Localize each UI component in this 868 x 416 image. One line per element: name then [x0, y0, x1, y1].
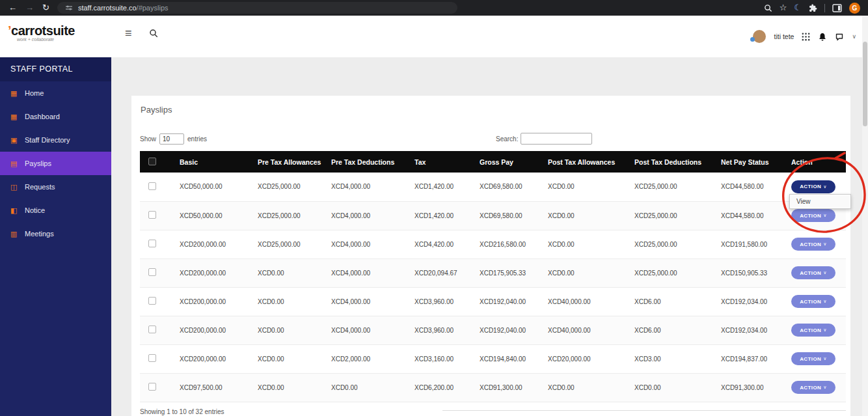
column-header[interactable]: Pre Tax Deductions — [323, 151, 406, 173]
action-button[interactable]: ACTION ∨ — [791, 381, 835, 394]
action-button-label: ACTION — [800, 184, 821, 189]
site-info-icon[interactable] — [65, 4, 73, 12]
payslip-cell: XCD50,000.00 — [171, 201, 249, 230]
scrollbar-thumb[interactable] — [863, 42, 867, 126]
dropdown-item-view[interactable]: View — [791, 195, 850, 208]
chevron-down-icon[interactable]: ∨ — [852, 33, 856, 40]
zoom-icon[interactable] — [764, 4, 772, 12]
dark-mode-extension-icon[interactable]: ☾ — [794, 0, 802, 16]
payslip-row: XCD200,000.00XCD25,000.00XCD4,000.00XCD4… — [140, 230, 846, 258]
sidebar-item-label: Dashboard — [25, 113, 60, 120]
column-header[interactable]: Post Tax Deductions — [626, 151, 712, 173]
column-header[interactable]: Basic — [171, 151, 249, 173]
column-header[interactable]: Tax — [406, 151, 471, 173]
row-checkbox[interactable] — [148, 211, 156, 219]
dashboard-icon: ▦ — [10, 113, 25, 121]
column-header[interactable]: Net Pay Status — [712, 151, 783, 173]
payslip-cell: XCD25,000.00 — [626, 230, 712, 258]
payslip-cell: XCD200,000.00 — [171, 316, 249, 344]
action-button[interactable]: ACTION ∨ — [791, 209, 835, 222]
sidebar-item-requests[interactable]: ◫ Requests — [0, 175, 111, 199]
chevron-down-icon: ∨ — [823, 242, 827, 247]
action-button[interactable]: ACTION ∨ — [791, 266, 835, 279]
payslip-cell: XCD194,840.00 — [471, 344, 539, 373]
action-button[interactable]: ACTION ∨ — [791, 295, 835, 308]
sidebar-item-notice[interactable]: ◧ Notice — [0, 199, 111, 222]
side-panel-icon[interactable] — [832, 4, 842, 12]
app-header: ’carrotsuite work + collaborate ≡ titi t… — [0, 16, 868, 57]
column-header[interactable]: Post Tax Allowances — [539, 151, 626, 173]
sidebar-item-label: Meetings — [25, 230, 54, 238]
sidebar-item-staff-directory[interactable]: ▣ Staff Directory — [0, 128, 111, 152]
select-all-checkbox[interactable] — [148, 158, 156, 165]
page-scrollbar[interactable] — [862, 16, 868, 416]
sidebar-item-payslips[interactable]: ▤ Payslips — [0, 152, 111, 175]
sidebar-item-meetings[interactable]: ▥ Meetings — [0, 222, 111, 245]
payslip-cell: XCD200,000.00 — [171, 230, 249, 258]
payslip-cell: XCD0.00 — [539, 258, 626, 287]
row-checkbox[interactable] — [148, 354, 156, 362]
row-checkbox[interactable] — [148, 240, 156, 247]
browser-bar: ← → ↻ staff.carrotsuite.co/#payslips ☆ ☾… — [0, 0, 868, 16]
apps-grid-icon[interactable] — [802, 33, 810, 41]
search-icon[interactable] — [149, 29, 158, 40]
extensions-puzzle-icon[interactable] — [809, 4, 817, 12]
payslip-cell: XCD200,000.00 — [171, 287, 249, 316]
browser-profile-avatar[interactable]: G — [849, 3, 860, 14]
user-avatar[interactable] — [753, 30, 766, 43]
action-button[interactable]: ACTION ∨ — [791, 180, 835, 193]
action-button[interactable]: ACTION ∨ — [791, 238, 835, 251]
entries-summary: Showing 1 to 10 of 32 entries — [140, 408, 224, 415]
carrotsuite-logo[interactable]: ’carrotsuite work + collaborate — [8, 23, 75, 42]
row-checkbox[interactable] — [148, 383, 156, 391]
notice-icon: ◧ — [10, 206, 25, 215]
action-button[interactable]: ACTION ∨ — [791, 352, 835, 365]
requests-icon: ◫ — [10, 183, 25, 191]
user-name: titi tete — [774, 33, 794, 40]
payslip-cell: XCD0.00 — [626, 373, 712, 402]
url-bar[interactable]: staff.carrotsuite.co/#payslips — [57, 2, 457, 14]
chat-icon[interactable] — [835, 33, 844, 41]
hamburger-menu-icon[interactable]: ≡ — [125, 27, 132, 40]
row-checkbox[interactable] — [148, 182, 156, 190]
payslip-cell: XCD4,000.00 — [323, 287, 406, 316]
entries-count-input[interactable] — [159, 133, 184, 145]
payslip-cell: XCD20,000.00 — [539, 344, 626, 373]
row-checkbox[interactable] — [148, 297, 156, 305]
payslip-cell: XCD0.00 — [249, 258, 323, 287]
reload-icon[interactable]: ↻ — [42, 0, 49, 16]
sidebar-item-label: Home — [25, 89, 44, 97]
sidebar-title: STAFF PORTAL — [0, 57, 111, 81]
payslip-table-head-row: BasicPre Tax AllowancesPre Tax Deduction… — [140, 151, 846, 173]
payslip-cell: XCD192,040.00 — [471, 287, 539, 316]
column-header[interactable]: Gross Pay — [471, 151, 539, 173]
row-checkbox[interactable] — [148, 326, 156, 333]
payslip-cell: XCD0.00 — [249, 287, 323, 316]
action-button-label: ACTION — [800, 213, 821, 219]
forward-icon[interactable]: → — [25, 0, 34, 16]
payslip-cell: XCD6,200.00 — [406, 373, 471, 402]
column-header[interactable]: Action — [783, 151, 846, 173]
announcement-icon[interactable] — [818, 33, 827, 41]
payslip-cell: XCD0.00 — [323, 373, 406, 402]
pagination-panel-edge — [442, 410, 846, 416]
payslip-cell: XCD40,000.00 — [539, 316, 626, 344]
payslip-cell: XCD69,580.00 — [471, 173, 539, 201]
payslip-cell: XCD4,000.00 — [323, 201, 406, 230]
payslip-cell: XCD192,034.00 — [712, 316, 783, 344]
payslip-cell: XCD50,000.00 — [171, 173, 249, 201]
chevron-down-icon: ∨ — [823, 385, 827, 390]
action-button-label: ACTION — [800, 270, 821, 276]
search-input[interactable] — [521, 133, 592, 145]
payslip-cell: XCD4,000.00 — [323, 258, 406, 287]
row-checkbox[interactable] — [148, 268, 156, 276]
sidebar-item-home[interactable]: ▦ Home — [0, 81, 111, 105]
sidebar-item-dashboard[interactable]: ▦ Dashboard — [0, 105, 111, 128]
action-button[interactable]: ACTION ∨ — [791, 324, 835, 337]
action-button-label: ACTION — [800, 385, 821, 391]
payslip-cell: XCD4,000.00 — [323, 173, 406, 201]
payslip-cell: XCD3,160.00 — [406, 344, 471, 373]
back-icon[interactable]: ← — [8, 0, 17, 16]
bookmark-star-icon[interactable]: ☆ — [780, 0, 787, 16]
column-header[interactable]: Pre Tax Allowances — [249, 151, 323, 173]
